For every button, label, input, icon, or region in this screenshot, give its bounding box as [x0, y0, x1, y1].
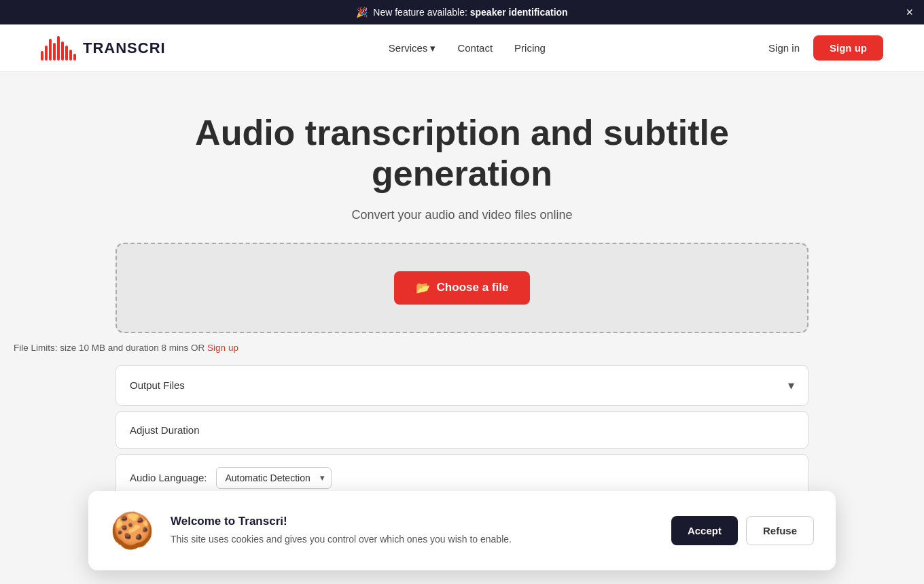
cookie-accept-button[interactable]: Accept	[671, 516, 738, 545]
output-files-label: Output Files	[130, 379, 185, 391]
logo-text: TRANSCRI	[83, 39, 166, 57]
nav-actions: Sign in Sign up	[768, 35, 883, 61]
announcement-highlight: speaker identification	[470, 7, 568, 18]
nav-pricing[interactable]: Pricing	[514, 42, 546, 54]
file-limits-text: File Limits: size 10 MB and duration 8 m…	[14, 343, 707, 353]
hero-subtitle: Convert your audio and video files onlin…	[351, 208, 572, 222]
output-files-accordion[interactable]: Output Files ▾	[116, 365, 808, 406]
choose-file-button[interactable]: 📂 Choose a file	[394, 271, 531, 305]
logo[interactable]: TRANSCRI	[41, 36, 166, 61]
announcement-close-button[interactable]: ×	[906, 6, 913, 18]
header: TRANSCRI Services ▾ Contact Pricing Sign…	[0, 24, 924, 72]
language-select-wrapper: Automatic Detection English French Spani…	[216, 467, 332, 489]
nav-services[interactable]: Services ▾	[389, 42, 436, 54]
folder-icon: 📂	[416, 281, 430, 295]
signin-button[interactable]: Sign in	[768, 42, 800, 54]
cookie-banner-description: This site uses cookies and gives you con…	[171, 532, 655, 547]
cookie-banner-actions: Accept Refuse	[671, 516, 814, 545]
announcement-emoji: 🎉	[356, 7, 368, 18]
main-nav: Services ▾ Contact Pricing	[389, 42, 546, 54]
signup-link[interactable]: Sign up	[207, 343, 238, 353]
adjust-duration-accordion[interactable]: Adjust Duration	[116, 411, 808, 449]
cookie-banner-title: Welcome to Transcri!	[171, 515, 655, 528]
cookie-refuse-button[interactable]: Refuse	[746, 516, 814, 545]
cookie-text: Welcome to Transcri! This site uses cook…	[171, 515, 655, 547]
language-select[interactable]: Automatic Detection English French Spani…	[216, 467, 332, 489]
hero-title: Audio transcription and subtitle generat…	[190, 113, 734, 194]
upload-dropzone[interactable]: 📂 Choose a file	[116, 243, 808, 333]
audio-language-label: Audio Language:	[130, 472, 207, 483]
cookie-icon: 🍪	[110, 510, 154, 551]
chevron-down-icon: ▾	[788, 378, 794, 393]
announcement-bar: 🎉 New feature available: speaker identif…	[0, 0, 924, 24]
chevron-down-icon: ▾	[430, 42, 436, 54]
signup-button[interactable]: Sign up	[813, 35, 883, 61]
nav-contact[interactable]: Contact	[457, 42, 493, 54]
logo-waveform-icon	[41, 36, 76, 61]
announcement-text: New feature available: speaker identific…	[373, 7, 567, 18]
adjust-duration-label: Adjust Duration	[130, 424, 200, 436]
cookie-banner: 🍪 Welcome to Transcri! This site uses co…	[88, 491, 836, 570]
